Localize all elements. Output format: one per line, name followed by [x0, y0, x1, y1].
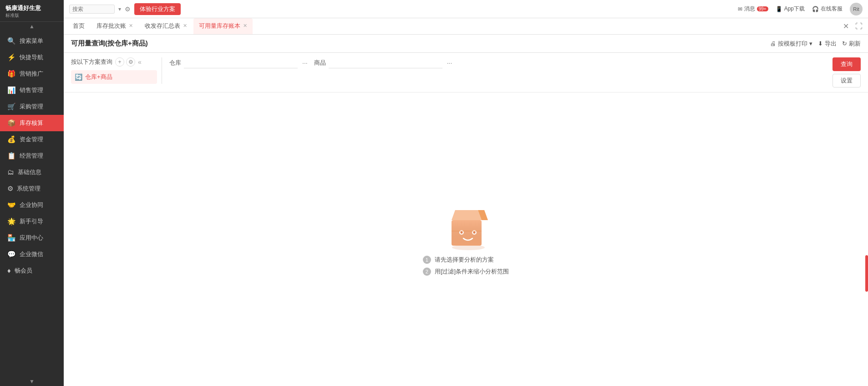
sidebar-item-wechat[interactable]: 💬 企业微信 — [0, 246, 64, 262]
tab-batch-account[interactable]: 库存批次账 ✕ — [91, 18, 138, 34]
filter-schemes-header: 按以下方案查询 + ⚙ « — [71, 57, 157, 67]
sidebar-label-marketing: 营销推广 — [20, 70, 43, 78]
scheme-settings-btn[interactable]: ⚙ — [126, 57, 135, 67]
sidebar: 畅康通好生意 标准版 ▲ 🔍 搜索菜单 ⚡ 快捷导航 🎁 营销推广 📊 销售管理 — [0, 0, 64, 386]
sidebar-label-wechat: 企业微信 — [20, 250, 43, 258]
tabbar-right: ✕ ⛶ — [841, 18, 864, 34]
tab-stock-summary-label: 收发存汇总表 — [145, 22, 180, 30]
sidebar-item-sales[interactable]: 📊 销售管理 — [0, 82, 64, 98]
print-icon: 🖨 — [770, 40, 776, 47]
filter-scheme-actions: + ⚙ — [115, 57, 135, 67]
sidebar-item-vip[interactable]: ♦ 畅会员 — [0, 262, 64, 279]
sidebar-label-enterprise: 企业协同 — [20, 201, 43, 209]
quick-nav-icon: ⚡ — [7, 53, 16, 62]
refresh-btn[interactable]: ↻ 刷新 — [842, 40, 861, 48]
tab-stock-summary[interactable]: 收发存汇总表 ✕ — [139, 18, 193, 34]
tab-stock-summary-close[interactable]: ✕ — [183, 23, 187, 29]
sidebar-label-system: 系统管理 — [17, 185, 41, 193]
filter-fields: 仓库 ··· 商品 ··· — [162, 57, 828, 68]
sidebar-header: 畅康通好生意 标准版 — [0, 0, 64, 22]
topbar-gear-icon[interactable]: ⚙ — [125, 5, 131, 13]
topbar-chevron-icon[interactable]: ▾ — [118, 6, 121, 12]
tab-available-stock-label: 可用量库存账本 — [199, 22, 240, 30]
settings-btn[interactable]: 设置 — [832, 74, 861, 87]
scheme-collapse-icon[interactable]: « — [138, 58, 142, 66]
warehouse-product-icon: 🔄 — [75, 73, 82, 81]
filter-section: 按以下方案查询 + ⚙ « 🔄 仓库+商品 仓库 — [64, 53, 868, 93]
tab-close-all-btn[interactable]: ✕ — [841, 20, 851, 32]
query-btn[interactable]: 查询 — [832, 57, 861, 71]
sidebar-item-enterprise[interactable]: 🤝 企业协同 — [0, 197, 64, 213]
topbar-right: ✉ 消息 99+ 📱 App下载 🎧 在线客服 Rit — [738, 3, 863, 15]
scheme-item-label: 仓库+商品 — [85, 73, 112, 81]
sidebar-label-operations: 经营管理 — [20, 152, 43, 160]
export-btn[interactable]: ⬇ 导出 — [818, 40, 837, 48]
online-service-item[interactable]: 🎧 在线客服 — [812, 5, 843, 13]
tab-available-stock-close[interactable]: ✕ — [243, 23, 247, 29]
sidebar-label-appstore: 应用中心 — [20, 234, 43, 242]
tab-home[interactable]: 首页 — [67, 18, 90, 34]
product-more-icon[interactable]: ··· — [445, 58, 454, 67]
print-label: 按模板打印 — [778, 40, 807, 48]
system-icon: ⚙ — [7, 185, 13, 193]
brand-edition: 标准版 — [5, 12, 58, 19]
message-item[interactable]: ✉ 消息 99+ — [738, 5, 768, 13]
warehouse-more-icon[interactable]: ··· — [300, 58, 310, 67]
tab-available-stock[interactable]: 可用量库存账本 ✕ — [193, 18, 253, 34]
sidebar-item-basic[interactable]: 🗂 基础信息 — [0, 164, 64, 180]
app-icon: 📱 — [776, 6, 782, 12]
app-download-item[interactable]: 📱 App下载 — [776, 5, 805, 13]
tabbar: 首页 库存批次账 ✕ 收发存汇总表 ✕ 可用量库存账本 ✕ ✕ ⛶ — [64, 18, 868, 35]
brand-name: 畅康通好生意 — [5, 5, 58, 12]
sidebar-item-operations[interactable]: 📋 经营管理 — [0, 148, 64, 164]
sidebar-item-marketing[interactable]: 🎁 营销推广 — [0, 66, 64, 82]
warehouse-input[interactable] — [184, 57, 298, 68]
sidebar-label-basic: 基础信息 — [18, 168, 41, 176]
scheme-item-warehouse-product[interactable]: 🔄 仓库+商品 — [71, 70, 157, 84]
sidebar-scroll-up[interactable]: ▲ — [0, 22, 64, 31]
tab-expand-btn[interactable]: ⛶ — [853, 21, 864, 32]
warehouse-field: 仓库 ··· — [169, 57, 310, 68]
user-avatar[interactable]: Rit — [850, 3, 863, 15]
print-btn[interactable]: 🖨 按模板打印 ▾ — [770, 40, 812, 48]
sidebar-item-appstore[interactable]: 🏪 应用中心 — [0, 230, 64, 246]
purchase-icon: 🛒 — [7, 103, 16, 111]
product-input[interactable] — [329, 57, 442, 68]
filter-schemes: 按以下方案查询 + ⚙ « 🔄 仓库+商品 — [71, 57, 162, 84]
print-chevron-icon: ▾ — [809, 40, 812, 47]
tab-home-label: 首页 — [73, 22, 85, 30]
page-header-actions: 🖨 按模板打印 ▾ ⬇ 导出 ↻ 刷新 — [770, 40, 861, 48]
message-label: 消息 — [744, 5, 755, 13]
right-scroll-indicator[interactable] — [865, 255, 868, 292]
vip-icon: ♦ — [7, 267, 11, 274]
sidebar-label-sales: 销售管理 — [20, 86, 43, 94]
sidebar-item-quick-nav[interactable]: ⚡ 快捷导航 — [0, 49, 64, 66]
sales-icon: 📊 — [7, 86, 16, 94]
sidebar-item-search[interactable]: 🔍 搜索菜单 — [0, 33, 64, 49]
sidebar-label-search: 搜索菜单 — [20, 37, 43, 45]
sidebar-item-purchase[interactable]: 🛒 采购管理 — [0, 98, 64, 115]
hint-num-2: 2 — [423, 268, 431, 276]
sidebar-item-finance[interactable]: 💰 资金管理 — [0, 131, 64, 148]
app-download-label: App下载 — [784, 5, 805, 13]
svg-point-8 — [473, 232, 475, 234]
newbie-icon: 🌟 — [7, 217, 16, 226]
sidebar-scroll-down[interactable]: ▼ — [0, 377, 64, 386]
empty-icon — [443, 203, 489, 248]
experience-btn[interactable]: 体验行业方案 — [134, 3, 181, 15]
product-label: 商品 — [314, 59, 326, 67]
sidebar-item-inventory[interactable]: 📦 库存核算 — [0, 115, 64, 131]
refresh-label: 刷新 — [849, 40, 861, 48]
scheme-add-btn[interactable]: + — [115, 57, 124, 67]
enterprise-icon: 🤝 — [7, 201, 16, 209]
sidebar-item-system[interactable]: ⚙ 系统管理 — [0, 180, 64, 197]
sidebar-item-newbie[interactable]: 🌟 新手引导 — [0, 213, 64, 230]
message-badge: 99+ — [757, 6, 768, 11]
finance-icon: 💰 — [7, 135, 16, 144]
topbar-search-input[interactable] — [69, 5, 115, 14]
svg-marker-2 — [452, 210, 482, 220]
page-title: 可用量查询(按仓库+商品) — [71, 39, 148, 48]
content-area: 可用量查询(按仓库+商品) 🖨 按模板打印 ▾ ⬇ 导出 ↻ 刷新 — [64, 35, 868, 386]
tab-batch-account-close[interactable]: ✕ — [129, 23, 133, 29]
svg-rect-4 — [452, 220, 482, 246]
